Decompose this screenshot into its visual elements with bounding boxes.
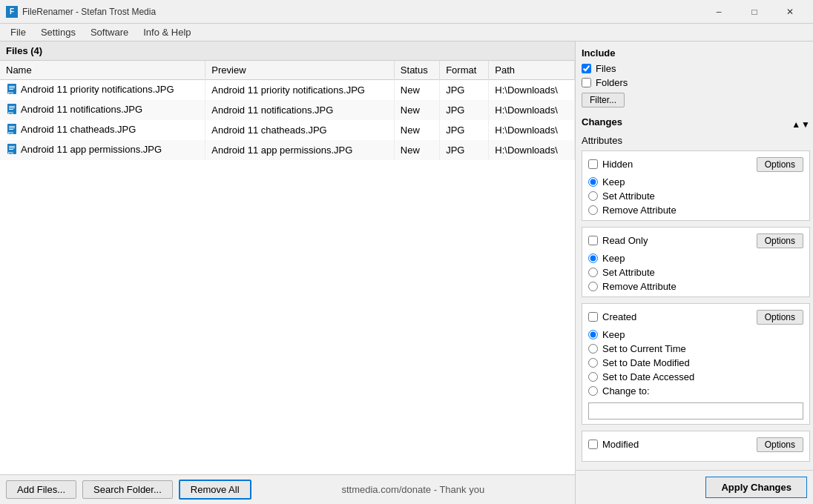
- cell-path: H:\Downloads\: [489, 80, 575, 101]
- svg-rect-17: [9, 147, 15, 148]
- status-text: sttmedia.com/donate - Thank you: [257, 484, 569, 495]
- created-attribute-block: Created Options Keep Set to Current Time: [582, 303, 810, 425]
- hidden-set-row: Set Attribute: [588, 190, 803, 202]
- cell-name: JPG Android 11 app permissions.JPG: [0, 140, 205, 160]
- created-date-accessed-row: Set to Date Accessed: [588, 371, 803, 382]
- readonly-remove-label: Remove Attribute: [602, 281, 677, 292]
- expand-button[interactable]: ▲: [791, 119, 800, 130]
- created-keep-radio[interactable]: [588, 330, 598, 339]
- table-row[interactable]: JPG Android 11 app permissions.JPG Andro…: [0, 140, 575, 160]
- cell-format: JPG: [440, 100, 489, 120]
- folders-checkbox-row: Folders: [582, 77, 810, 88]
- svg-rect-1: [9, 86, 15, 87]
- created-keep-label: Keep: [602, 329, 625, 340]
- table-row[interactable]: JPG Android 11 chatheads.JPG Android 11 …: [0, 120, 575, 140]
- left-panel: Files (4) Name Preview Status Format Pat…: [0, 42, 576, 504]
- menu-item-info&help[interactable]: Info & Help: [136, 25, 198, 39]
- search-folder-button[interactable]: Search Folder...: [82, 480, 173, 499]
- apply-changes-button[interactable]: Apply Changes: [705, 477, 807, 498]
- hidden-label: Hidden: [602, 159, 633, 170]
- remove-all-button[interactable]: Remove All: [179, 480, 251, 500]
- readonly-keep-radio[interactable]: [588, 253, 598, 263]
- main-container: Files (4) Name Preview Status Format Pat…: [0, 42, 813, 504]
- menu-item-file[interactable]: File: [3, 25, 33, 39]
- folders-label: Folders: [596, 77, 628, 88]
- svg-rect-11: [9, 126, 15, 127]
- svg-rect-8: [9, 109, 13, 110]
- hidden-remove-radio[interactable]: [588, 205, 598, 215]
- created-current-radio[interactable]: [588, 344, 598, 354]
- readonly-remove-row: Remove Attribute: [588, 281, 803, 292]
- col-path[interactable]: Path: [489, 61, 575, 80]
- files-label: Files: [596, 63, 616, 74]
- created-checkbox-row: Created: [588, 311, 636, 322]
- add-files-button[interactable]: Add Files...: [6, 480, 76, 499]
- created-date-accessed-radio[interactable]: [588, 372, 598, 382]
- maximize-button[interactable]: □: [737, 0, 771, 24]
- readonly-options-button[interactable]: Options: [757, 233, 803, 248]
- window-controls: – □ ✕: [702, 0, 807, 24]
- right-panel: Include Files Folders Filter... Changes …: [576, 42, 813, 504]
- file-icon-svg: JPG: [6, 103, 18, 115]
- col-format[interactable]: Format: [440, 61, 489, 80]
- created-date-input[interactable]: 6/16/2020 4:50:17: [588, 402, 803, 420]
- cell-format: JPG: [440, 120, 489, 140]
- menu-item-software[interactable]: Software: [83, 25, 136, 39]
- created-date-modified-radio[interactable]: [588, 358, 598, 368]
- hidden-checkbox-row: Hidden: [588, 159, 633, 170]
- modified-checkbox[interactable]: [588, 440, 598, 449]
- col-name[interactable]: Name: [0, 61, 205, 80]
- readonly-radio-group: Keep Set Attribute Remove Attribute: [588, 253, 803, 292]
- created-checkbox[interactable]: [588, 312, 598, 322]
- created-change-to-radio[interactable]: [588, 386, 598, 396]
- cell-status: New: [394, 140, 439, 160]
- svg-rect-16: [9, 146, 15, 147]
- minimize-button[interactable]: –: [702, 0, 736, 24]
- readonly-checkbox-row: Read Only: [588, 235, 648, 246]
- table-row[interactable]: JPG Android 11 notifications.JPG Android…: [0, 100, 575, 120]
- collapse-controls: ▲ ▼: [791, 119, 810, 130]
- hidden-remove-label: Remove Attribute: [602, 205, 677, 216]
- hidden-checkbox[interactable]: [588, 159, 598, 169]
- svg-text:JPG: JPG: [7, 131, 13, 135]
- svg-rect-7: [9, 107, 15, 108]
- files-checkbox-row: Files: [582, 63, 810, 74]
- folders-checkbox[interactable]: [582, 78, 591, 87]
- created-options-button[interactable]: Options: [757, 310, 803, 325]
- cell-path: H:\Downloads\: [489, 140, 575, 160]
- right-bottom: Apply Changes: [576, 470, 813, 504]
- readonly-set-radio[interactable]: [588, 268, 598, 277]
- hidden-attribute-block: Hidden Options Keep Set Attribute: [582, 150, 810, 221]
- attributes-label: Attributes: [582, 135, 810, 146]
- cell-format: JPG: [440, 140, 489, 160]
- right-panel-content: Include Files Folders Filter... Changes …: [576, 42, 813, 470]
- readonly-remove-radio[interactable]: [588, 282, 598, 291]
- readonly-keep-label: Keep: [602, 253, 625, 264]
- include-title: Include: [582, 47, 810, 59]
- include-section: Include Files Folders Filter...: [582, 47, 810, 107]
- table-header-row: Name Preview Status Format Path: [0, 61, 575, 80]
- created-current-label: Set to Current Time: [602, 343, 686, 354]
- created-date-accessed-label: Set to Date Accessed: [602, 371, 694, 382]
- files-checkbox[interactable]: [582, 64, 591, 73]
- close-button[interactable]: ✕: [773, 0, 807, 24]
- hidden-options-button[interactable]: Options: [757, 157, 803, 172]
- col-preview[interactable]: Preview: [205, 61, 395, 80]
- menu-item-settings[interactable]: Settings: [33, 25, 83, 39]
- svg-rect-18: [9, 149, 13, 150]
- readonly-checkbox[interactable]: [588, 236, 598, 245]
- collapse-button[interactable]: ▼: [801, 119, 810, 130]
- hidden-keep-radio[interactable]: [588, 177, 598, 187]
- modified-attribute-header: Modified Options: [588, 436, 803, 452]
- table-row[interactable]: JPG Android 11 priority notifications.JP…: [0, 80, 575, 101]
- modified-options-button[interactable]: Options: [757, 437, 803, 452]
- readonly-set-row: Set Attribute: [588, 267, 803, 278]
- col-status[interactable]: Status: [394, 61, 439, 80]
- filter-button[interactable]: Filter...: [582, 93, 625, 107]
- file-icon-svg: JPG: [6, 123, 18, 135]
- created-change-to-label: Change to:: [602, 385, 650, 397]
- modified-checkbox-row: Modified: [588, 439, 639, 450]
- hidden-set-radio[interactable]: [588, 191, 598, 201]
- created-attribute-header: Created Options: [588, 308, 803, 325]
- file-icon-name: JPG Android 11 notifications.JPG: [6, 103, 142, 115]
